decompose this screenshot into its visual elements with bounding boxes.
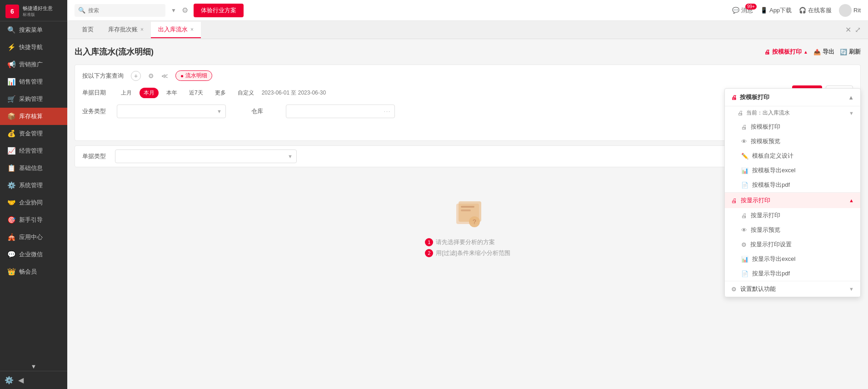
filter-tag-label: 流水明细 [185,72,207,80]
sidebar-item-member[interactable]: 👑 畅会员 [0,263,67,280]
print-template-button[interactable]: 🖨 按模板打印 ▲ [764,48,808,56]
display-excel-icon: 📊 [741,256,748,263]
online-service-label: 在线客服 [808,6,832,15]
search-dropdown-icon[interactable]: ▼ [171,7,176,14]
sidebar-item-enterprise[interactable]: 🤝 企业协同 [0,194,67,211]
sidebar-item-system[interactable]: ⚙️ 系统管理 [0,177,67,194]
display-section-header[interactable]: 🖨 按显示打印 ▲ [725,193,860,208]
date-current-month[interactable]: 本月 [140,88,159,98]
display-print-settings-item[interactable]: ⚙ 按显示打印设置 [725,237,860,252]
display-preview-icon: 👁 [741,227,747,234]
template-print-item[interactable]: 🖨 按模板打印 [725,120,860,134]
set-default-button[interactable]: ⚙ 设置默认功能 [731,285,776,293]
template-print-icon: 🖨 [741,124,747,130]
template-preview-item[interactable]: 👁 按模板预览 [725,134,860,149]
display-export-pdf-item[interactable]: 📄 按显示导出pdf [725,266,860,281]
page-title: 出入库流水(流水明细) [75,46,154,57]
sidebar-item-search[interactable]: 🔍 搜索菜单 [0,21,67,39]
sidebar-item-operations[interactable]: 📈 经营管理 [0,142,67,160]
online-service-button[interactable]: 🎧 在线客服 [799,6,832,15]
app-download-button[interactable]: 📱 App下载 [760,6,792,15]
sidebar-item-inventory[interactable]: 📦 库存核算 [0,108,67,125]
dropdown-title-text: 按模板打印 [740,93,769,101]
dropdown-collapse-icon[interactable]: ▲ [848,94,854,101]
display-export-excel-item[interactable]: 📊 按显示导出excel [725,252,860,266]
user-avatar-button[interactable]: Rit [839,4,861,17]
sidebar-item-app-center[interactable]: 🎪 应用中心 [0,229,67,246]
tab-batch[interactable]: 库存批次账 × [101,22,151,38]
window-close-btn[interactable]: ✕ [845,25,851,34]
sidebar-item-purchase[interactable]: 🛒 采购管理 [0,90,67,108]
sidebar-item-wechat[interactable]: 💬 企业微信 [0,246,67,263]
warehouse-more-icon: ··· [384,109,391,114]
search-icon: 🔍 [78,7,85,14]
sidebar-item-label: 企业协同 [19,199,43,207]
app-download-icon: 📱 [760,7,768,14]
filter-collapse-icon[interactable]: ≪ [161,72,168,80]
collapse-icon[interactable]: ◀ [18,376,24,384]
template-preview-label: 按模板预览 [751,137,780,145]
print-label: 按模板打印 [772,48,802,56]
sidebar-bottom: ⚙️ ◀ [0,371,67,389]
set-default-label: 设置默认功能 [740,285,776,293]
date-last-month[interactable]: 上月 [117,88,136,98]
sidebar-scroll-down[interactable]: ▼ [0,362,67,371]
empty-step-2: 2 用[过滤]条件来缩小分析范围 [425,249,510,257]
window-max-btn[interactable]: ⤢ [855,25,861,34]
display-export-pdf-label: 按显示导出pdf [752,269,790,278]
page-title-row: 出入库流水(流水明细) 🖨 按模板打印 ▲ 📤 导出 🔄 刷新 [75,46,861,57]
warehouse-label: 仓库 [251,107,279,115]
dropdown-current-item: 🖨 当前：出入库流水 ▼ [725,106,860,120]
sidebar-item-label: 库存核算 [19,112,43,120]
sidebar: 6 畅捷通好生意 标准版 🔍 搜索菜单 ⚡ 快捷导航 📢 营销推广 📊 销售管理… [0,0,67,389]
set-default-icon: ⚙ [731,286,737,293]
sidebar-item-basic-info[interactable]: 📋 基础信息 [0,160,67,177]
headset-icon: 🎧 [799,7,806,14]
template-export-excel-item[interactable]: 📊 按模板导出excel [725,163,860,178]
tab-flow-close[interactable]: × [190,26,194,33]
topbar-settings-icon[interactable]: ⚙ [182,6,188,15]
sidebar-item-label: 应用中心 [19,233,43,241]
template-custom-item[interactable]: ✏️ 模板自定义设计 [725,149,860,163]
date-current-year[interactable]: 本年 [162,88,181,98]
filter-config-icon[interactable]: ⚙ [148,72,154,80]
sidebar-item-guide[interactable]: 🎯 新手引导 [0,211,67,229]
display-section: 🖨 按显示打印 ▲ 🖨 按显示打印 👁 按显示预览 ⚙ 按显示打印设置 [725,193,860,281]
sidebar-item-marketing[interactable]: 📢 营销推广 [0,56,67,73]
message-button[interactable]: 💬 消息 99+ [732,6,753,15]
tab-batch-close[interactable]: × [140,26,144,33]
sidebar-item-quick-nav[interactable]: ⚡ 快捷导航 [0,39,67,56]
footer-arrow-icon: ▼ [849,286,854,292]
display-settings-icon: ⚙ [741,241,747,248]
filter-add-button[interactable]: + [131,71,141,81]
export-button[interactable]: 📤 导出 [813,48,834,56]
search-input[interactable] [88,7,162,14]
topbar-right: 💬 消息 99+ 📱 App下载 🎧 在线客服 Rit [732,4,861,17]
doc-type-select[interactable]: ▼ [115,150,297,163]
template-print-label: 按模板打印 [751,123,780,131]
business-type-dropdown-icon: ▼ [217,109,222,114]
warehouse-select[interactable]: ··· [286,105,395,118]
doc-type-label: 单据类型 [82,152,110,160]
search-bar[interactable]: 🔍 [75,4,165,17]
tab-flow[interactable]: 出入库流水 × [151,22,201,38]
business-type-select[interactable]: ▼ [117,105,226,118]
display-section-left: 🖨 按显示打印 [731,196,770,204]
trial-button[interactable]: 体验行业方案 [194,4,244,17]
settings-icon[interactable]: ⚙️ [5,376,14,384]
template-export-pdf-item[interactable]: 📄 按模板导出pdf [725,178,860,192]
tab-home[interactable]: 首页 [75,22,101,38]
sidebar-item-sales[interactable]: 📊 销售管理 [0,73,67,90]
display-preview-item[interactable]: 👁 按显示预览 [725,223,860,237]
date-last-7-days[interactable]: 近7天 [185,88,207,98]
sidebar-item-finance[interactable]: 💰 资金管理 [0,125,67,142]
date-label: 单据日期 [82,89,110,97]
date-more[interactable]: 更多 [211,88,230,98]
refresh-button[interactable]: 🔄 刷新 [840,48,861,56]
svg-text:?: ? [473,218,476,225]
empty-step-1: 1 请先选择要分析的方案 [425,238,510,246]
refresh-icon: 🔄 [840,49,847,55]
display-print-item[interactable]: 🖨 按显示打印 [725,208,860,223]
step-1-text: 请先选择要分析的方案 [436,238,495,246]
date-custom[interactable]: 自定义 [234,88,258,98]
